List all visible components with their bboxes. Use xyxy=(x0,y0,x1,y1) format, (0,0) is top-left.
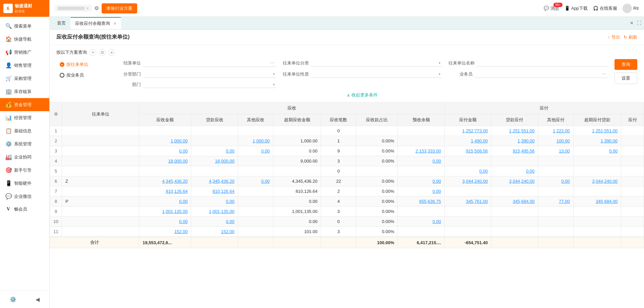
filter-add-btn[interactable]: + xyxy=(90,49,96,56)
table-settings-icon[interactable]: ⚙ xyxy=(54,112,58,117)
table-cell[interactable]: 152.00 xyxy=(139,227,191,237)
table-cell[interactable] xyxy=(538,207,573,217)
cell-link[interactable]: 1,252,773.00 xyxy=(462,128,488,133)
table-cell[interactable] xyxy=(538,156,573,166)
table-cell[interactable] xyxy=(191,126,238,136)
cell-link[interactable]: 0.00 xyxy=(261,148,270,153)
table-cell[interactable] xyxy=(444,227,491,237)
cell-link[interactable]: 0.00 xyxy=(432,219,441,224)
table-cell[interactable] xyxy=(491,156,538,166)
cell-link[interactable]: 1,490.00 xyxy=(471,138,488,143)
table-cell[interactable]: 77.00 xyxy=(538,196,573,207)
table-cell[interactable] xyxy=(191,136,238,146)
cell-link[interactable]: 0.00 xyxy=(226,148,234,153)
set-btn[interactable]: 设置 xyxy=(614,73,637,84)
cell-link[interactable]: 1,222.00 xyxy=(553,128,570,133)
table-cell[interactable]: 345,684.00 xyxy=(573,196,621,207)
table-cell[interactable]: 1,390.00 xyxy=(573,136,621,146)
filter-input-salesman[interactable]: ··· xyxy=(475,70,608,78)
table-cell[interactable]: 1,000.00 xyxy=(238,136,273,146)
cell-link[interactable]: 0.00 xyxy=(179,219,187,224)
table-cell[interactable] xyxy=(238,126,273,136)
table-cell[interactable]: 0.00 xyxy=(573,146,621,156)
cell-link[interactable]: 345,684.00 xyxy=(513,199,535,204)
table-cell[interactable] xyxy=(491,207,538,217)
table-cell[interactable] xyxy=(238,186,273,196)
cell-link[interactable]: 810,126.64 xyxy=(166,189,187,194)
table-cell[interactable]: 0.00 xyxy=(398,217,444,227)
table-cell[interactable] xyxy=(491,217,538,227)
table-cell[interactable] xyxy=(538,186,573,196)
table-cell[interactable] xyxy=(238,217,273,227)
cell-link[interactable]: 1,390.00 xyxy=(601,138,618,143)
table-cell[interactable] xyxy=(398,126,444,136)
table-cell[interactable] xyxy=(538,227,573,237)
cell-link[interactable]: 915,508.56 xyxy=(466,148,488,153)
settlement-input[interactable] xyxy=(144,60,270,65)
table-cell[interactable] xyxy=(191,166,238,176)
collapse-row[interactable]: ∧ 收起更多条件 xyxy=(117,91,608,99)
table-cell[interactable] xyxy=(398,166,444,176)
cell-link[interactable]: 1,251,551.00 xyxy=(592,128,618,133)
cell-link[interactable]: 810,126.64 xyxy=(213,189,234,194)
sidebar-item-finance[interactable]: 💰 资金管理 xyxy=(0,98,49,111)
online-service-btn[interactable]: 🎧 在线客服 xyxy=(593,5,617,11)
cell-link[interactable]: 1,000.00 xyxy=(253,138,270,143)
filter-input-category[interactable]: ▾ xyxy=(311,60,442,67)
table-cell[interactable]: 152.00 xyxy=(191,227,238,237)
table-cell[interactable] xyxy=(573,186,621,196)
table-cell[interactable]: 810,126.64 xyxy=(191,186,238,196)
table-cell[interactable] xyxy=(538,166,573,176)
cell-link[interactable]: 1,001,135.00 xyxy=(162,209,187,214)
cell-link[interactable]: 0.00 xyxy=(432,189,441,194)
cell-link[interactable]: 345,761.00 xyxy=(466,199,488,204)
cell-link[interactable]: 100.00 xyxy=(556,138,570,143)
cell-link[interactable]: 3,044,240.00 xyxy=(462,179,488,184)
sidebar-item-marketing[interactable]: 📢 营销推广 xyxy=(0,46,49,59)
cell-link[interactable]: 1,390.00 xyxy=(518,138,535,143)
table-cell[interactable] xyxy=(538,217,573,227)
cell-link[interactable]: 1,001,135.00 xyxy=(209,209,234,214)
table-cell[interactable]: 0.00 xyxy=(191,146,238,156)
nature-input[interactable] xyxy=(312,72,438,77)
sidebar-item-basic[interactable]: 📋 基础信息 xyxy=(0,124,49,137)
sidebar-item-search[interactable]: 🔍 搜索菜单 xyxy=(0,19,49,33)
table-cell[interactable] xyxy=(238,196,273,207)
cell-link[interactable]: 4,345,436.20 xyxy=(162,179,187,184)
sidebar-collapse-btn[interactable]: ◀ xyxy=(34,294,42,305)
table-cell[interactable] xyxy=(573,227,621,237)
cell-link[interactable]: 0.00 xyxy=(226,199,234,204)
cell-link[interactable]: 0.00 xyxy=(226,219,234,224)
table-cell[interactable] xyxy=(444,156,491,166)
tab-balance[interactable]: 应收应付余额查询 ✕ xyxy=(70,17,121,29)
sidebar-item-guide[interactable]: 🎯 新手引导 xyxy=(0,164,49,177)
table-cell[interactable] xyxy=(238,207,273,217)
table-cell[interactable]: 655,636.75 xyxy=(398,196,444,207)
table-cell[interactable] xyxy=(398,207,444,217)
cell-link[interactable]: 915,495.56 xyxy=(513,148,535,153)
cell-link[interactable]: 0.00 xyxy=(432,179,441,184)
table-cell[interactable]: 0.00 xyxy=(398,156,444,166)
cell-link[interactable]: 0.00 xyxy=(261,179,270,184)
table-cell[interactable]: 810,126.64 xyxy=(139,186,191,196)
cell-link[interactable]: 0.00 xyxy=(179,199,187,204)
table-cell[interactable]: 2,153,333.00 xyxy=(398,146,444,156)
table-cell[interactable] xyxy=(573,166,621,176)
salesman-input[interactable] xyxy=(476,72,602,77)
table-cell[interactable]: 0.00 xyxy=(398,176,444,186)
cell-link[interactable]: 0.00 xyxy=(526,169,534,174)
cell-link[interactable]: 655,636.75 xyxy=(419,199,441,204)
cell-link[interactable]: 18,000.00 xyxy=(168,159,188,164)
table-cell[interactable]: 1,390.00 xyxy=(491,136,538,146)
table-cell[interactable]: 100.00 xyxy=(538,136,573,146)
filter-settings-btn[interactable]: ⊙ xyxy=(99,49,106,56)
sidebar-item-system[interactable]: ⚙️ 系统管理 xyxy=(0,137,49,150)
table-cell[interactable]: 0.00 xyxy=(238,146,273,156)
cell-link[interactable]: 152.00 xyxy=(221,229,234,234)
tab-home[interactable]: 首页 xyxy=(52,17,70,29)
settlement-dots-icon[interactable]: ··· xyxy=(270,60,274,66)
table-cell[interactable]: 1,001,135.00 xyxy=(139,207,191,217)
sidebar-settings-btn[interactable]: ⚙️ xyxy=(8,294,18,305)
sidebar-item-purchase[interactable]: 🛒 采购管理 xyxy=(0,72,49,85)
table-cell[interactable]: 1,222.00 xyxy=(538,126,573,136)
